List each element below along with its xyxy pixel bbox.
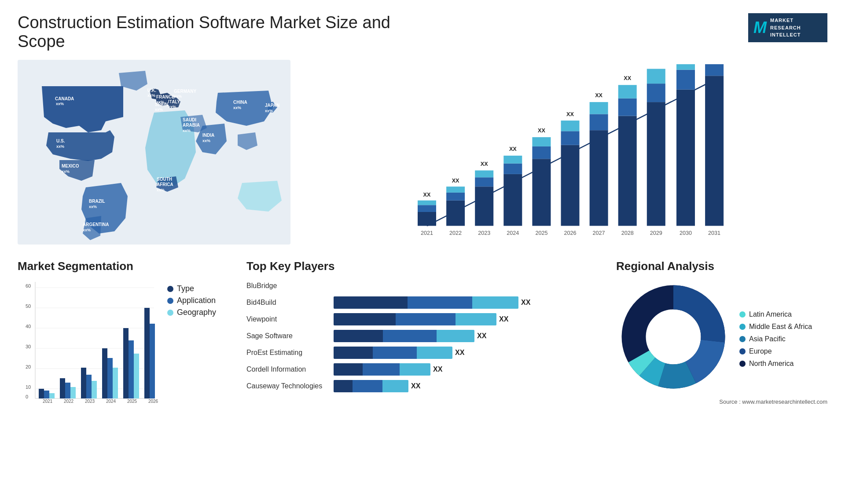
svg-text:0: 0 [26, 394, 28, 399]
player-value: XX [521, 299, 530, 307]
geography-label: Geography [177, 308, 216, 317]
page-header: Construction Estimation Software Market … [18, 13, 827, 51]
svg-rect-70 [618, 99, 637, 116]
svg-text:XX: XX [538, 128, 545, 134]
regional-title: Regional Analysis [616, 259, 827, 273]
logo-line3: INTELLECT [770, 31, 801, 39]
svg-text:2023: 2023 [478, 230, 490, 237]
player-bid4build: Bid4Build XX [246, 296, 599, 309]
svg-text:60: 60 [26, 283, 31, 289]
logo: M MARKET RESEARCH INTELLECT [748, 13, 827, 42]
svg-text:SOUTH: SOUTH [157, 177, 172, 182]
logo-line1: MARKET [770, 17, 801, 24]
player-bar [334, 363, 430, 376]
svg-text:JAPAN: JAPAN [265, 103, 279, 108]
player-causeway: Causeway Technologies XX [246, 380, 599, 392]
svg-text:10: 10 [26, 384, 31, 390]
svg-text:xx%: xx% [89, 205, 97, 209]
player-bar [334, 380, 408, 392]
svg-text:2025: 2025 [127, 399, 137, 403]
source-text: Source : www.marketresearchintellect.com [616, 398, 827, 405]
legend-type: Type [167, 284, 216, 293]
svg-rect-66 [590, 102, 608, 114]
svg-text:XX: XX [566, 111, 574, 117]
svg-text:2031: 2031 [708, 230, 720, 237]
asia-pacific-dot [739, 336, 746, 342]
legend-application: Application [167, 296, 216, 305]
segmentation-section: Market Segmentation 60 50 40 30 20 10 0 [18, 259, 229, 405]
svg-rect-59 [561, 145, 580, 226]
svg-text:U.K.: U.K. [147, 88, 156, 93]
svg-text:xx%: xx% [157, 188, 165, 192]
player-viewpoint: Viewpoint XX [246, 313, 599, 325]
key-players-section: Top Key Players BluBridge Bid4Build XX [238, 259, 607, 405]
svg-rect-110 [65, 383, 70, 398]
svg-text:2029: 2029 [650, 230, 662, 237]
world-map: CANADA xx% U.S. xx% MEXICO xx% BRAZIL xx… [18, 60, 290, 245]
svg-rect-126 [150, 324, 155, 398]
svg-text:2026: 2026 [564, 230, 576, 237]
svg-text:2022: 2022 [64, 399, 74, 403]
north-america-dot [739, 361, 746, 367]
svg-rect-34 [418, 212, 436, 226]
svg-text:CANADA: CANADA [55, 96, 74, 101]
svg-rect-76 [647, 69, 665, 84]
player-value: XX [433, 365, 442, 373]
svg-rect-36 [418, 201, 436, 205]
svg-rect-105 [39, 389, 44, 398]
svg-rect-41 [446, 186, 465, 193]
player-bar-wrapper: XX [334, 313, 599, 325]
svg-rect-64 [590, 130, 608, 226]
player-name: ProEst Estimating [246, 349, 330, 357]
svg-rect-79 [676, 90, 695, 226]
map-section: CANADA xx% U.S. xx% MEXICO xx% BRAZIL xx… [18, 60, 290, 253]
svg-rect-121 [123, 328, 129, 398]
svg-text:ARABIA: ARABIA [183, 123, 200, 128]
application-dot [167, 298, 173, 304]
svg-text:XX: XX [423, 192, 431, 198]
svg-text:40: 40 [26, 324, 31, 329]
player-bar [334, 313, 496, 325]
svg-rect-85 [705, 64, 724, 76]
svg-rect-74 [647, 102, 665, 226]
svg-text:ARGENTINA: ARGENTINA [83, 222, 109, 227]
svg-text:2021: 2021 [43, 399, 53, 403]
svg-rect-119 [113, 368, 118, 398]
svg-text:2024: 2024 [507, 230, 519, 237]
svg-rect-61 [561, 121, 580, 131]
svg-text:xx%: xx% [168, 105, 176, 109]
svg-rect-106 [44, 391, 49, 398]
svg-rect-44 [475, 186, 493, 226]
svg-text:XX: XX [452, 178, 459, 184]
svg-rect-118 [107, 358, 113, 398]
svg-text:XX: XX [652, 64, 660, 66]
svg-text:20: 20 [26, 364, 31, 369]
page-title: Construction Estimation Software Market … [18, 13, 414, 51]
svg-text:2026: 2026 [148, 399, 158, 403]
legend-north-america: North America [739, 360, 812, 368]
bottom-sections: Market Segmentation 60 50 40 30 20 10 0 [18, 259, 827, 405]
legend-geography: Geography [167, 308, 216, 317]
middle-east-africa-dot [739, 324, 746, 330]
svg-rect-109 [60, 378, 65, 398]
svg-text:2028: 2028 [621, 230, 634, 237]
svg-rect-49 [503, 174, 522, 226]
svg-rect-60 [561, 131, 580, 145]
player-value: XX [477, 332, 486, 340]
player-name: Viewpoint [246, 315, 330, 323]
svg-text:xx%: xx% [56, 102, 64, 106]
geography-dot [167, 310, 173, 316]
svg-text:xx%: xx% [265, 109, 273, 113]
latin-america-label: Latin America [749, 310, 792, 318]
svg-text:xx%: xx% [174, 94, 182, 99]
svg-rect-51 [503, 156, 522, 164]
svg-text:MEXICO: MEXICO [62, 164, 79, 168]
player-name: BluBridge [246, 282, 330, 290]
svg-rect-117 [102, 348, 107, 398]
svg-rect-65 [590, 114, 608, 130]
player-name: Sage Software [246, 332, 330, 340]
svg-text:XX: XX [481, 161, 488, 167]
player-sage: Sage Software XX [246, 330, 599, 342]
player-bar [334, 296, 518, 309]
svg-text:AFRICA: AFRICA [157, 182, 173, 187]
